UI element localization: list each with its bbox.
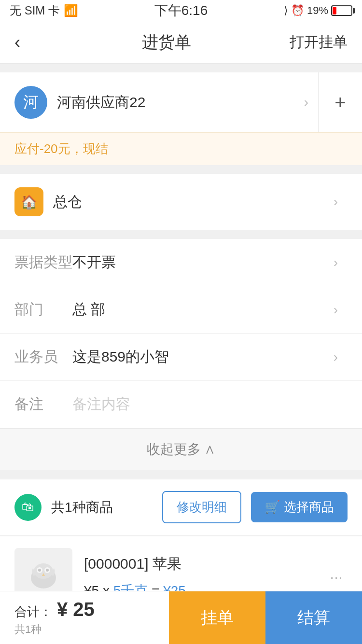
chevron-right-icon: › — [324, 255, 348, 270]
chevron-right-icon: › — [324, 194, 348, 210]
battery-icon — [331, 5, 352, 16]
page-title: 进货单 — [142, 31, 191, 54]
checkout-button[interactable]: 结算 — [265, 591, 362, 644]
location-icon: ⟩ — [284, 4, 288, 17]
battery-percent: 19% — [307, 4, 328, 17]
department-row[interactable]: 部门 总 部 › — [0, 286, 362, 334]
status-left: 无 SIM 卡 📶 — [10, 3, 78, 18]
select-product-button[interactable]: 🛒 选择商品 — [251, 492, 348, 522]
svg-point-5 — [46, 569, 49, 572]
total-section: 合计： ¥ 25 共1种 — [0, 599, 169, 637]
cart-icon: 🛍 — [22, 500, 34, 515]
warehouse-name: 总仓 — [53, 192, 324, 212]
product-header-icon: 🛍 — [14, 494, 42, 521]
chevron-right-icon: › — [324, 302, 348, 318]
select-product-icon: 🛒 — [265, 500, 280, 515]
supplier-avatar: 河 — [14, 86, 47, 119]
hang-order-button[interactable]: 挂单 — [169, 591, 265, 644]
warehouse-row[interactable]: 🏠 总仓 › — [0, 174, 362, 230]
remark-label: 备注 — [14, 394, 72, 414]
status-bar: 无 SIM 卡 📶 下午6:16 ⟩ ⏰ 19% — [0, 0, 362, 21]
open-hang-button[interactable]: 打开挂单 — [290, 32, 348, 52]
salesperson-row[interactable]: 业务员 这是859的小智 › — [0, 334, 362, 381]
product-header: 🛍 共1种商品 修改明细 🛒 选择商品 — [0, 479, 362, 535]
select-product-label: 选择商品 — [284, 499, 334, 516]
product-more-button[interactable]: ··· — [325, 563, 348, 591]
carrier-text: 无 SIM 卡 — [10, 3, 60, 18]
warehouse-icon: 🏠 — [14, 187, 43, 216]
total-label: 合计： ¥ 25 — [14, 599, 154, 620]
status-right: ⟩ ⏰ 19% — [284, 4, 352, 17]
total-label-text: 合计： — [14, 603, 52, 620]
product-count: 共1种商品 — [51, 498, 153, 517]
add-supplier-button[interactable]: + — [319, 78, 362, 127]
alarm-icon: ⏰ — [291, 4, 304, 17]
remark-placeholder[interactable]: 备注内容 — [72, 394, 348, 414]
invoice-type-label: 票据类型 — [14, 252, 72, 272]
status-time: 下午6:16 — [154, 1, 208, 20]
wifi-icon: 📶 — [64, 4, 78, 17]
svg-point-1 — [34, 563, 53, 579]
supplier-section: 河 河南供应商22 › + — [0, 72, 362, 132]
product-name: [0000001] 苹果 — [84, 554, 325, 574]
divider-2 — [0, 165, 362, 174]
product-code: [0000001] — [84, 556, 148, 572]
battery-fill — [333, 7, 336, 14]
edit-detail-button[interactable]: 修改明细 — [162, 491, 241, 523]
department-label: 部门 — [14, 300, 72, 320]
supplier-name: 河南供应商22 — [57, 93, 294, 112]
svg-point-4 — [38, 569, 41, 572]
remark-row: 备注 备注内容 — [0, 381, 362, 428]
avatar-text: 河 — [23, 92, 39, 113]
invoice-type-value: 不开票 — [72, 252, 324, 272]
divider-4 — [0, 470, 362, 479]
total-amount: ¥ 25 — [57, 599, 95, 620]
info-banner: 应付-20元，现结 — [0, 132, 362, 165]
total-count: 共1种 — [14, 622, 154, 637]
bottom-bar: 合计： ¥ 25 共1种 挂单 结算 — [0, 591, 362, 644]
collapse-toggle[interactable]: 收起更多 ∧ — [0, 428, 362, 470]
salesperson-label: 业务员 — [14, 347, 72, 367]
chevron-right-icon: › — [294, 95, 318, 110]
department-value: 总 部 — [72, 300, 324, 320]
chevron-right-icon: › — [324, 350, 348, 365]
back-button[interactable]: ‹ — [14, 32, 43, 53]
divider-1 — [0, 64, 362, 72]
nav-bar: ‹ 进货单 打开挂单 — [0, 21, 362, 64]
invoice-type-row[interactable]: 票据类型 不开票 › — [0, 239, 362, 286]
divider-3 — [0, 230, 362, 239]
salesperson-value: 这是859的小智 — [72, 347, 324, 367]
product-title: 苹果 — [153, 556, 181, 572]
owl-logo — [24, 558, 63, 596]
supplier-selector[interactable]: 河 河南供应商22 › — [0, 72, 319, 132]
